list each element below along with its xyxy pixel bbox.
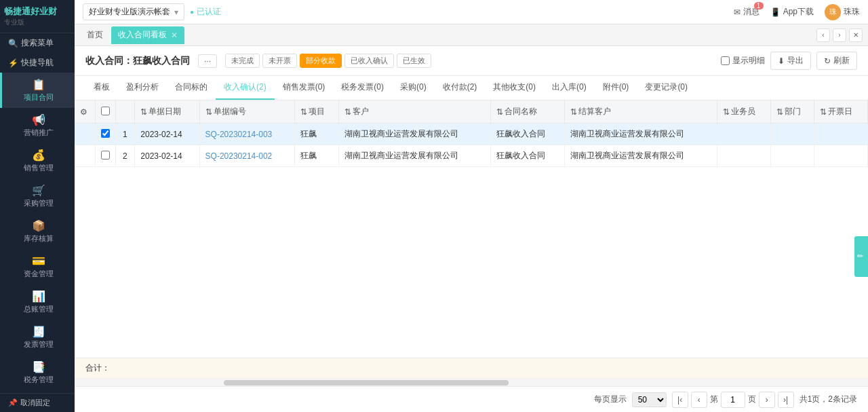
main-area: 好业财专业版演示帐套 ▾ 已认证 ✉ 消息 1 📱 App下载 珠 珠珠 (75, 0, 868, 412)
refresh-button[interactable]: ↻ 刷新 (816, 52, 857, 70)
logo-sub: 专业版 (4, 18, 71, 27)
th-salesperson[interactable]: ⇅ 业务员 (717, 100, 770, 124)
status-partial-receipt[interactable]: 部分收款 (300, 54, 342, 68)
sidebar-item-purchase[interactable]: 🛒 采购管理 (0, 179, 75, 214)
sub-nav-dashboard[interactable]: 看板 (85, 76, 118, 100)
sidebar-item-finance[interactable]: 💳 资金管理 (0, 249, 75, 284)
tab-close-icon[interactable]: ✕ (171, 31, 178, 40)
cell-index: 1 (115, 124, 135, 145)
sub-nav-contract-standard[interactable]: 合同标的 (167, 76, 216, 100)
app-download-button[interactable]: 📱 App下载 (770, 6, 814, 18)
app-download-label: App下载 (783, 6, 814, 18)
cell-customer: 湖南卫视商业运营发展有限公司 (338, 145, 491, 167)
unpin-icon: 📌 (8, 398, 18, 407)
select-all-checkbox[interactable] (101, 107, 110, 115)
sidebar-item-sales[interactable]: 💰 销售管理 (0, 143, 75, 179)
sub-nav-inout-stock[interactable]: 出入库(0) (544, 76, 595, 100)
sidebar-item-general-ledger[interactable]: 📊 总账管理 (0, 284, 75, 320)
nav-close-button[interactable]: ✕ (849, 29, 863, 42)
status-effective[interactable]: 已生效 (397, 54, 431, 68)
th-department[interactable]: ⇅ 部门 (770, 100, 814, 124)
page-size-select[interactable]: 10 20 50 100 (632, 392, 667, 407)
sub-nav-sales-invoice[interactable]: 销售发票(0) (275, 76, 334, 100)
sidebar-item-invoice[interactable]: 🧾 发票管理 (0, 320, 75, 355)
inventory-icon: 📦 (32, 219, 45, 232)
row-checkbox[interactable] (101, 129, 110, 138)
sub-nav-other-income[interactable]: 其他收支(0) (485, 76, 544, 100)
nav-prev-button[interactable]: ‹ (816, 29, 830, 42)
pager-first-button[interactable]: |‹ (672, 392, 688, 408)
unpin-button[interactable]: 📌 取消固定 (0, 393, 75, 412)
pager-prev-button[interactable]: ‹ (691, 392, 707, 408)
th-open-date[interactable]: ⇅ 开票日 (814, 100, 867, 124)
tab-income-contract[interactable]: 收入合同看板 ✕ (111, 26, 184, 44)
th-date[interactable]: ⇅ 单据日期 (135, 100, 199, 124)
sub-nav-income-confirm[interactable]: 收入确认(2) (216, 76, 275, 100)
sidebar-item-tax[interactable]: 📑 税务管理 (0, 355, 75, 390)
sidebar-search[interactable]: 🔍 搜索菜单 (0, 33, 75, 53)
status-confirmed[interactable]: 已收入确认 (344, 54, 394, 68)
cell-project: 狂飙 (295, 145, 338, 167)
cell-date: 2023-02-14 (135, 124, 199, 145)
cell-open-date (814, 145, 867, 167)
th-gear[interactable]: ⚙ (75, 100, 95, 124)
sidebar-item-marketing[interactable]: 📢 营销推广 (0, 108, 75, 143)
th-contract-name[interactable]: ⇅ 合同名称 (491, 100, 564, 124)
tax-icon: 📑 (32, 360, 45, 373)
tab-home[interactable]: 首页 (80, 26, 110, 44)
th-number[interactable]: ⇅ 单据编号 (199, 100, 295, 124)
export-label: 导出 (787, 55, 804, 67)
th-customer[interactable]: ⇅ 客户 (338, 100, 491, 124)
th-result-customer[interactable]: ⇅ 结算客户 (564, 100, 717, 124)
sort-icon: ⇅ (723, 107, 730, 117)
table-row[interactable]: 1 2023-02-14 SQ-20230214-003 狂飙 湖南卫视商业运营… (75, 124, 868, 145)
scrollbar-thumb[interactable] (224, 380, 509, 386)
sidebar-item-label: 资金管理 (24, 269, 54, 279)
table-row[interactable]: 2 2023-02-14 SQ-20230214-002 狂飙 湖南卫视商业运营… (75, 145, 868, 167)
th-checkbox[interactable] (95, 100, 115, 124)
pager-last-button[interactable]: ›| (778, 392, 794, 408)
float-edit-area: ✏ (854, 236, 868, 277)
table-header: ⚙ ⇅ 单据日期 ⇅ 单据编号 ⇅ 项目 ⇅ 客户 ⇅ 合同名称 ⇅ 结算客户 … (75, 100, 868, 124)
sub-nav-payment[interactable]: 收付款(2) (435, 76, 486, 100)
sub-nav-profit-analysis[interactable]: 盈利分析 (118, 76, 167, 100)
status-uninvoiced[interactable]: 未开票 (262, 54, 297, 68)
message-icon: ✉ (734, 7, 741, 17)
pagination-right: 每页显示 10 20 50 100 |‹ ‹ 第 页 › ›| (594, 392, 857, 408)
user-profile[interactable]: 珠 珠珠 (825, 4, 860, 20)
number-link[interactable]: SQ-20230214-003 (205, 130, 273, 139)
th-project[interactable]: ⇅ 项目 (295, 100, 338, 124)
nav-next-button[interactable]: › (833, 29, 846, 42)
refresh-icon: ↻ (824, 56, 831, 66)
total-info: 共1页，2条记录 (800, 394, 857, 405)
sidebar-item-project-contract[interactable]: 📋 项目合同 (0, 73, 75, 108)
cell-checkbox[interactable] (95, 145, 115, 167)
pager-next-button[interactable]: › (759, 392, 775, 408)
cell-customer: 湖南卫视商业运营发展有限公司 (338, 124, 491, 145)
sub-nav-change-log[interactable]: 变更记录(0) (637, 76, 696, 100)
total-row: 合计： (75, 358, 868, 378)
sub-nav-purchase[interactable]: 采购(0) (392, 76, 435, 100)
cell-checkbox[interactable] (95, 124, 115, 145)
row-checkbox[interactable] (101, 151, 110, 160)
pager: |‹ ‹ 第 页 › ›| (672, 392, 794, 408)
number-link[interactable]: SQ-20230214-002 (205, 151, 273, 161)
sub-nav-attachments[interactable]: 附件(0) (595, 76, 637, 100)
more-button[interactable]: ··· (198, 54, 217, 68)
page-label-before: 第 (710, 394, 718, 405)
quick-nav-button[interactable]: ⚡ 快捷导航 (0, 53, 75, 73)
status-unfinished[interactable]: 未完成 (225, 54, 260, 68)
topbar-right: ✉ 消息 1 📱 App下载 珠 珠珠 (734, 4, 860, 20)
sort-icon: ⇅ (205, 107, 212, 117)
export-button[interactable]: ⬇ 导出 (770, 52, 811, 70)
horizontal-scrollbar[interactable] (75, 378, 868, 386)
show-detail-checkbox[interactable] (721, 56, 730, 65)
edit-icon: ✏ (857, 252, 866, 261)
page-number-input[interactable] (721, 392, 745, 408)
sidebar-item-inventory[interactable]: 📦 库存核算 (0, 214, 75, 249)
float-edit-button[interactable]: ✏ (854, 236, 868, 277)
cell-index: 2 (115, 145, 135, 167)
message-button[interactable]: ✉ 消息 1 (734, 6, 760, 18)
company-selector[interactable]: 好业财专业版演示帐套 ▾ (83, 3, 184, 20)
sub-nav-tax-invoice[interactable]: 税务发票(0) (333, 76, 392, 100)
